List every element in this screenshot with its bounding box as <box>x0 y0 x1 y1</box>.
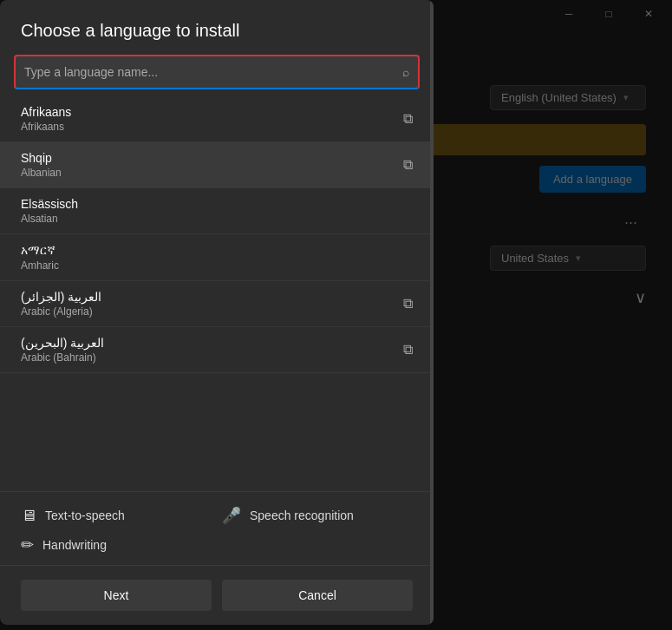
lang-english-name: Arabic (Bahrain) <box>21 351 104 364</box>
language-names: Elsässisch Alsatian <box>21 197 78 225</box>
feature-speech: 🎤 Speech recognition <box>222 506 413 525</box>
lang-native-name: Afrikaans <box>21 105 71 119</box>
feature-tts: 🖥 Text-to-speech <box>21 506 212 525</box>
speech-recognition-icon: 🎤 <box>222 506 241 525</box>
edit-icon: ⧉ <box>403 157 413 173</box>
list-item[interactable]: العربية (الجزائر) Arabic (Algeria) ⧉ <box>0 281 434 327</box>
language-list[interactable]: Afrikaans Afrikaans ⧉ Shqip Albanian ⧉ E… <box>0 96 434 491</box>
handwriting-icon: ✏ <box>21 535 34 555</box>
search-icon: ⌕ <box>402 65 409 79</box>
lang-english-name: Albanian <box>21 167 62 179</box>
edit-icon: ⧉ <box>403 111 413 127</box>
language-install-modal: Choose a language to install ⌕ Afrikaans… <box>0 0 434 625</box>
lang-native-name: አማርኛ <box>21 243 59 258</box>
lang-native-name: العربية (الجزائر) <box>21 290 101 304</box>
edit-icon: ⧉ <box>403 342 413 358</box>
list-item[interactable]: Elsässisch Alsatian <box>0 188 434 234</box>
feature-speech-label: Speech recognition <box>250 509 354 522</box>
features-section: 🖥 Text-to-speech 🎤 Speech recognition ✏ … <box>0 491 434 565</box>
modal-border <box>430 0 434 625</box>
language-names: العربية (البحرين) Arabic (Bahrain) <box>21 336 104 364</box>
edit-icon: ⧉ <box>403 296 413 312</box>
modal-footer: Next Cancel <box>0 565 434 625</box>
feature-handwriting: ✏ Handwriting <box>21 535 212 555</box>
feature-tts-label: Text-to-speech <box>45 509 125 522</box>
lang-english-name: Alsatian <box>21 213 78 225</box>
list-item[interactable]: አማርኛ Amharic <box>0 234 434 281</box>
language-names: Afrikaans Afrikaans <box>21 105 71 133</box>
list-item[interactable]: Shqip Albanian ⧉ <box>0 142 434 188</box>
features-grid: 🖥 Text-to-speech 🎤 Speech recognition ✏ … <box>21 506 413 555</box>
language-names: Shqip Albanian <box>21 151 62 179</box>
lang-english-name: Arabic (Algeria) <box>21 305 101 318</box>
feature-handwriting-label: Handwriting <box>42 538 107 552</box>
lang-native-name: Shqip <box>21 151 62 165</box>
list-item[interactable]: Afrikaans Afrikaans ⧉ <box>0 96 434 142</box>
list-item[interactable]: العربية (البحرين) Arabic (Bahrain) ⧉ <box>0 327 434 373</box>
cancel-button[interactable]: Cancel <box>222 580 413 611</box>
lang-english-name: Afrikaans <box>21 121 71 133</box>
lang-native-name: Elsässisch <box>21 197 78 211</box>
language-names: العربية (الجزائر) Arabic (Algeria) <box>21 290 101 318</box>
next-button[interactable]: Next <box>21 580 212 611</box>
language-names: አማርኛ Amharic <box>21 243 59 272</box>
lang-english-name: Amharic <box>21 259 59 272</box>
modal-overlay: Choose a language to install ⌕ Afrikaans… <box>0 0 672 630</box>
search-input[interactable] <box>24 65 402 79</box>
lang-native-name: العربية (البحرين) <box>21 336 104 350</box>
modal-title: Choose a language to install <box>0 0 434 55</box>
tts-icon: 🖥 <box>21 507 36 525</box>
search-container[interactable]: ⌕ <box>14 55 420 89</box>
